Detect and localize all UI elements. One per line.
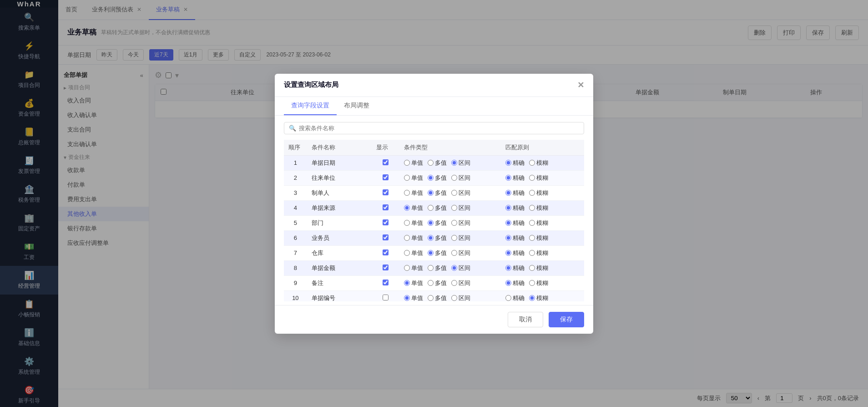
match-option[interactable]: 模糊 — [529, 204, 548, 212]
modal-tab-query-fields[interactable]: 查询字段设置 — [284, 97, 337, 115]
match-option[interactable]: 模糊 — [529, 279, 548, 287]
type-option[interactable]: 区间 — [451, 294, 470, 301]
cell-type[interactable]: 单值多值区间 — [399, 215, 501, 230]
type-option[interactable]: 区间 — [451, 264, 470, 272]
match-option[interactable]: 模糊 — [529, 219, 548, 227]
modal-footer: 取消 保存 — [275, 305, 593, 334]
type-option[interactable]: 多值 — [428, 204, 447, 212]
match-option[interactable]: 精确 — [505, 249, 525, 257]
cell-type[interactable]: 单值多值区间 — [399, 230, 501, 245]
show-checkbox[interactable] — [383, 174, 389, 180]
match-option[interactable]: 精确 — [505, 174, 525, 182]
match-option[interactable]: 模糊 — [529, 249, 548, 257]
type-option[interactable]: 单值 — [404, 219, 423, 227]
modal-search-input[interactable] — [299, 125, 579, 132]
type-option[interactable]: 单值 — [404, 279, 423, 287]
type-option[interactable]: 区间 — [451, 204, 470, 212]
type-option[interactable]: 单值 — [404, 234, 423, 242]
type-option[interactable]: 多值 — [428, 174, 447, 182]
type-option[interactable]: 区间 — [451, 219, 470, 227]
cell-match[interactable]: 精确模糊 — [501, 290, 584, 301]
type-option[interactable]: 区间 — [451, 279, 470, 287]
modal-close-button[interactable]: ✕ — [577, 80, 584, 90]
cell-type[interactable]: 单值多值区间 — [399, 260, 501, 275]
modal-save-button[interactable]: 保存 — [549, 312, 584, 327]
show-checkbox[interactable] — [383, 234, 389, 240]
type-option[interactable]: 单值 — [404, 264, 423, 272]
match-option[interactable]: 精确 — [505, 264, 525, 272]
match-option[interactable]: 精确 — [505, 279, 525, 287]
type-option[interactable]: 多值 — [428, 249, 447, 257]
match-option[interactable]: 精确 — [505, 234, 525, 242]
type-option[interactable]: 多值 — [428, 264, 447, 272]
type-option[interactable]: 多值 — [428, 279, 447, 287]
cell-match[interactable]: 精确模糊 — [501, 200, 584, 215]
show-checkbox[interactable] — [383, 204, 389, 210]
cell-show[interactable] — [372, 290, 399, 301]
cell-match[interactable]: 精确模糊 — [501, 260, 584, 275]
cell-type[interactable]: 单值多值区间 — [399, 245, 501, 260]
match-option[interactable]: 精确 — [505, 189, 525, 197]
type-option[interactable]: 区间 — [451, 189, 470, 197]
type-option[interactable]: 多值 — [428, 159, 447, 167]
cancel-button[interactable]: 取消 — [508, 312, 543, 327]
match-option[interactable]: 模糊 — [529, 159, 548, 167]
match-option[interactable]: 模糊 — [529, 189, 548, 197]
type-option[interactable]: 单值 — [404, 294, 423, 301]
match-option[interactable]: 精确 — [505, 204, 525, 212]
match-option[interactable]: 精确 — [505, 294, 525, 301]
match-option[interactable]: 精确 — [505, 159, 525, 167]
cell-type[interactable]: 单值多值区间 — [399, 156, 501, 171]
match-option[interactable]: 模糊 — [529, 174, 548, 182]
cell-match[interactable]: 精确模糊 — [501, 185, 584, 200]
modal-overlay[interactable]: 设置查询区域布局 ✕ 查询字段设置 布局调整 🔍 顺序 条件名称 显示 — [0, 0, 868, 407]
cell-match[interactable]: 精确模糊 — [501, 170, 584, 185]
match-option[interactable]: 模糊 — [529, 264, 548, 272]
show-checkbox[interactable] — [383, 280, 389, 285]
cell-show[interactable] — [372, 275, 399, 290]
type-option[interactable]: 区间 — [451, 174, 470, 182]
show-checkbox[interactable] — [383, 219, 389, 225]
cell-match[interactable]: 精确模糊 — [501, 215, 584, 230]
cell-match[interactable]: 精确模糊 — [501, 245, 584, 260]
show-checkbox[interactable] — [383, 265, 389, 270]
cell-type[interactable]: 单值多值区间 — [399, 290, 501, 301]
show-checkbox[interactable] — [383, 159, 389, 165]
cell-type[interactable]: 单值多值区间 — [399, 185, 501, 200]
cell-show[interactable] — [372, 230, 399, 245]
cell-type[interactable]: 单值多值区间 — [399, 200, 501, 215]
type-option[interactable]: 单值 — [404, 249, 423, 257]
cell-show[interactable] — [372, 200, 399, 215]
cell-show[interactable] — [372, 156, 399, 171]
type-option[interactable]: 多值 — [428, 234, 447, 242]
th-match: 匹配原则 — [501, 140, 584, 156]
match-option[interactable]: 模糊 — [529, 294, 548, 301]
type-option[interactable]: 多值 — [428, 189, 447, 197]
modal-tab-layout[interactable]: 布局调整 — [337, 97, 377, 115]
type-option[interactable]: 区间 — [451, 159, 470, 167]
cell-match[interactable]: 精确模糊 — [501, 230, 584, 245]
cell-show[interactable] — [372, 245, 399, 260]
show-checkbox[interactable] — [383, 189, 389, 195]
cell-type[interactable]: 单值多值区间 — [399, 275, 501, 290]
type-option[interactable]: 区间 — [451, 249, 470, 257]
cell-show[interactable] — [372, 215, 399, 230]
type-option[interactable]: 单值 — [404, 189, 423, 197]
type-option[interactable]: 单值 — [404, 159, 423, 167]
cell-show[interactable] — [372, 185, 399, 200]
match-option[interactable]: 精确 — [505, 219, 525, 227]
show-checkbox[interactable] — [383, 295, 389, 300]
cell-order: 6 — [284, 230, 307, 245]
cell-show[interactable] — [372, 170, 399, 185]
cell-match[interactable]: 精确模糊 — [501, 156, 584, 171]
cell-match[interactable]: 精确模糊 — [501, 275, 584, 290]
type-option[interactable]: 单值 — [404, 204, 423, 212]
type-option[interactable]: 单值 — [404, 174, 423, 182]
match-option[interactable]: 模糊 — [529, 234, 548, 242]
cell-type[interactable]: 单值多值区间 — [399, 170, 501, 185]
show-checkbox[interactable] — [383, 249, 389, 255]
type-option[interactable]: 多值 — [428, 294, 447, 301]
cell-show[interactable] — [372, 260, 399, 275]
type-option[interactable]: 多值 — [428, 219, 447, 227]
type-option[interactable]: 区间 — [451, 234, 470, 242]
